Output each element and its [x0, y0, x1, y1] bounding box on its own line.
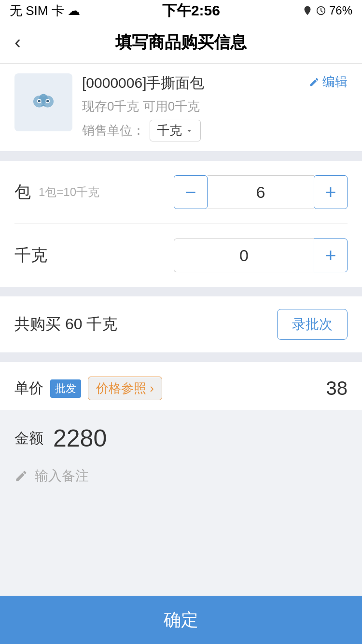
price-row: 单价 批发 价格参照 › 38 — [14, 377, 348, 400]
product-logo — [27, 85, 60, 119]
edit-icon — [309, 77, 320, 87]
price-label: 单价 — [14, 378, 43, 398]
svg-point-7 — [46, 100, 49, 102]
quantity-section: 包 1包=10千克 − + 千克 + — [0, 161, 362, 287]
price-tag: 批发 — [50, 379, 81, 398]
note-placeholder: 输入备注 — [35, 467, 89, 485]
svg-point-6 — [38, 100, 41, 102]
chevron-down-icon — [185, 126, 194, 135]
edit-note-icon — [14, 469, 28, 483]
price-ref-button[interactable]: 价格参照 › — [88, 377, 162, 400]
batch-button[interactable]: 录批次 — [277, 309, 348, 340]
location-icon — [302, 5, 313, 16]
kg-label: 千克 — [14, 244, 47, 266]
amount-section: 金额 2280 输入备注 — [0, 410, 362, 495]
bao-control: − + — [174, 175, 348, 209]
nav-bar: ‹ 填写商品购买信息 — [0, 21, 362, 64]
bao-hint: 1包=10千克 — [39, 184, 99, 200]
product-card: [0000006]手撕面包 编辑 现存0千克 可用0千克 销售单位： 千克 — [0, 64, 362, 151]
divider-2 — [0, 287, 362, 296]
divider-1 — [0, 151, 362, 161]
edit-label: 编辑 — [322, 73, 348, 90]
product-stock: 现存0千克 可用0千克 — [82, 98, 348, 115]
page-title: 填写商品购买信息 — [115, 31, 247, 54]
confirm-button[interactable]: 确定 — [0, 596, 362, 644]
kg-control: + — [174, 238, 348, 272]
status-right: 76% — [302, 4, 352, 17]
bao-plus-button[interactable]: + — [314, 175, 348, 209]
status-bar: 无 SIM 卡 ☁ 下午2:56 76% — [0, 0, 362, 21]
total-text: 共购买 60 千克 — [14, 314, 117, 335]
kg-row: 千克 + — [14, 224, 348, 287]
product-image — [14, 73, 72, 131]
note-row[interactable]: 输入备注 — [14, 462, 348, 490]
kg-plus-button[interactable]: + — [314, 238, 348, 272]
product-name: [0000006]手撕面包 — [82, 73, 204, 93]
product-unit: 销售单位： 千克 — [82, 120, 348, 141]
unit-dropdown[interactable]: 千克 — [150, 120, 201, 141]
product-info: [0000006]手撕面包 编辑 现存0千克 可用0千克 销售单位： 千克 — [82, 73, 348, 141]
price-value: 38 — [326, 378, 348, 399]
confirm-label: 确定 — [164, 608, 198, 632]
price-section: 单价 批发 价格参照 › 38 — [0, 362, 362, 410]
alarm-icon — [316, 5, 326, 16]
price-left: 单价 批发 价格参照 › — [14, 377, 162, 400]
bao-minus-button[interactable]: − — [174, 175, 208, 209]
status-time: 下午2:56 — [162, 1, 220, 21]
amount-row: 金额 2280 — [14, 424, 348, 452]
bao-input[interactable] — [208, 175, 314, 209]
bao-label: 包 1包=10千克 — [14, 181, 99, 203]
total-row: 共购买 60 千克 录批次 — [0, 296, 362, 352]
battery-level: 76% — [329, 4, 352, 17]
status-left: 无 SIM 卡 ☁ — [10, 2, 80, 19]
divider-3 — [0, 352, 362, 362]
amount-value: 2280 — [53, 424, 107, 452]
bao-row: 包 1包=10千克 − + — [14, 161, 348, 224]
kg-input[interactable] — [174, 238, 314, 272]
edit-button[interactable]: 编辑 — [309, 73, 348, 90]
amount-label: 金额 — [14, 429, 43, 448]
back-button[interactable]: ‹ — [14, 31, 21, 53]
